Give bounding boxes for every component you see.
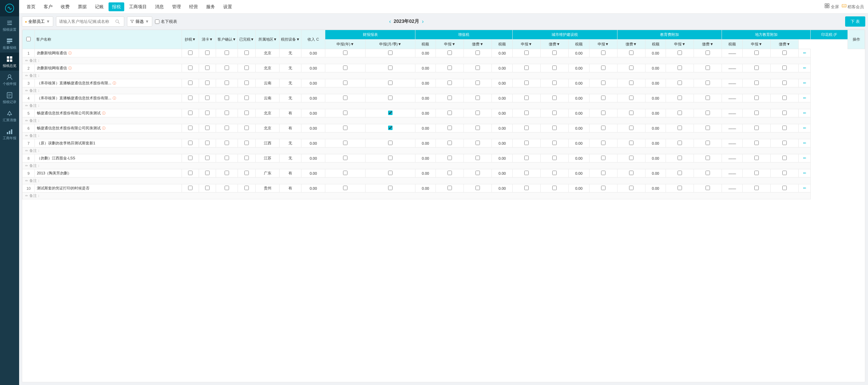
checkbox-cell[interactable] [694,169,722,177]
checkbox-cell[interactable] [541,109,569,117]
checkbox-cell[interactable] [771,49,799,57]
checkbox-cell[interactable] [436,124,464,132]
edit-cell[interactable]: ✏ [799,109,811,117]
checkbox-cell[interactable] [694,79,722,87]
checkbox-cell[interactable] [743,49,771,57]
nav-business[interactable]: 工商项目 [126,2,150,11]
checkbox-cell[interactable] [182,154,199,162]
checkbox-cell[interactable] [589,124,617,132]
checkbox-cell[interactable] [589,184,617,192]
edit-cell[interactable]: ✏ [799,154,811,162]
checkbox-cell[interactable] [464,64,492,72]
checkbox-cell[interactable] [182,139,199,147]
checkbox-cell[interactable] [182,169,199,177]
checkbox-cell[interactable] [513,124,541,132]
checkbox-cell[interactable] [199,64,216,72]
prev-period-btn[interactable]: ‹ [389,18,391,25]
checkbox-cell[interactable] [464,184,492,192]
checkbox-cell[interactable] [771,79,799,87]
checkbox-cell[interactable] [464,154,492,162]
checkbox-cell[interactable] [216,49,238,57]
checkbox-cell[interactable] [238,109,256,117]
checkbox-cell[interactable] [666,64,694,72]
checkbox-cell[interactable] [238,169,256,177]
checkbox-cell[interactable] [464,169,492,177]
checkbox-cell[interactable] [216,169,238,177]
checkbox-cell[interactable] [589,94,617,102]
checkbox-cell[interactable] [182,64,199,72]
checkbox-cell[interactable] [238,49,256,57]
checkbox-cell[interactable] [199,109,216,117]
checkbox-cell[interactable] [366,79,415,87]
edit-cell[interactable]: ✏ [799,124,811,132]
checkbox-cell[interactable] [513,94,541,102]
checkbox-cell[interactable] [436,139,464,147]
checkbox-cell[interactable] [464,79,492,87]
next-period-btn[interactable]: › [422,18,424,25]
edit-cell[interactable]: ✏ [799,79,811,87]
checkbox-cell[interactable] [325,139,366,147]
edit-icon[interactable]: ✏ [803,186,806,190]
checkbox-cell[interactable] [325,169,366,177]
checkbox-cell[interactable] [694,154,722,162]
checkbox-cell[interactable] [325,94,366,102]
checkbox-cell[interactable] [513,79,541,87]
nav-client[interactable]: 客户 [40,2,56,11]
checkbox-cell[interactable] [694,184,722,192]
checkbox-cell[interactable] [666,109,694,117]
edit-cell[interactable]: ✏ [799,184,811,192]
checkbox-cell[interactable] [366,154,415,162]
checkbox-cell[interactable] [199,139,216,147]
checkbox-cell[interactable] [541,184,569,192]
checkbox-cell[interactable] [199,169,216,177]
checkbox-cell[interactable] [513,154,541,162]
data-table-container[interactable]: 客户名称 抄税▼ 清卡▼ 客户确认▼ 已完税▼ 所属地区▼ 税控设备▼ 收入 C… [22,29,865,382]
checkbox-cell[interactable] [464,124,492,132]
checkbox-cell[interactable] [617,79,645,87]
checkbox-cell[interactable] [743,94,771,102]
checkbox-cell[interactable] [182,184,199,192]
checkbox-cell[interactable] [617,169,645,177]
checkbox-cell[interactable] [513,109,541,117]
sidebar-item-personal-tax[interactable]: 个税申报 [0,71,19,89]
checkbox-cell[interactable] [694,94,722,102]
checkbox-cell[interactable] [694,109,722,117]
checkbox-cell[interactable] [436,169,464,177]
checkbox-cell[interactable] [199,94,216,102]
checkbox-cell[interactable] [513,49,541,57]
checkbox-cell[interactable] [589,64,617,72]
nav-settings[interactable]: 设置 [220,2,236,11]
checkbox-cell[interactable] [216,124,238,132]
checkbox-cell[interactable] [366,169,415,177]
checkbox-cell[interactable] [666,139,694,147]
checkbox-cell[interactable] [617,109,645,117]
checkbox-cell[interactable] [366,94,415,102]
checkbox-cell[interactable] [743,139,771,147]
checkbox-cell[interactable] [617,184,645,192]
filter-btn[interactable]: 筛选 ▼ [127,16,152,27]
checkbox-cell[interactable] [325,64,366,72]
checkbox-cell[interactable] [771,169,799,177]
checkbox-cell[interactable] [541,169,569,177]
checkbox-cell[interactable] [589,109,617,117]
checkbox-cell[interactable] [238,184,256,192]
checkbox-cell[interactable] [541,124,569,132]
checkbox-cell[interactable] [541,49,569,57]
checkbox-cell[interactable] [589,139,617,147]
checkbox-cell[interactable] [694,49,722,57]
checkbox-cell[interactable] [325,79,366,87]
checkbox-cell[interactable] [666,184,694,192]
edit-icon[interactable]: ✏ [803,126,806,130]
search-input[interactable] [59,19,114,24]
checkbox-cell[interactable] [216,184,238,192]
checkbox-cell[interactable] [325,124,366,132]
checkbox-cell[interactable] [743,109,771,117]
edit-icon[interactable]: ✏ [803,156,806,160]
checkbox-cell[interactable] [238,79,256,87]
checkbox-cell[interactable] [436,79,464,87]
checkbox-cell[interactable] [541,94,569,102]
checkbox-cell[interactable] [694,139,722,147]
nav-tax[interactable]: 报税 [109,2,124,11]
checkbox-cell[interactable] [541,139,569,147]
nav-fee[interactable]: 收费 [57,2,73,11]
